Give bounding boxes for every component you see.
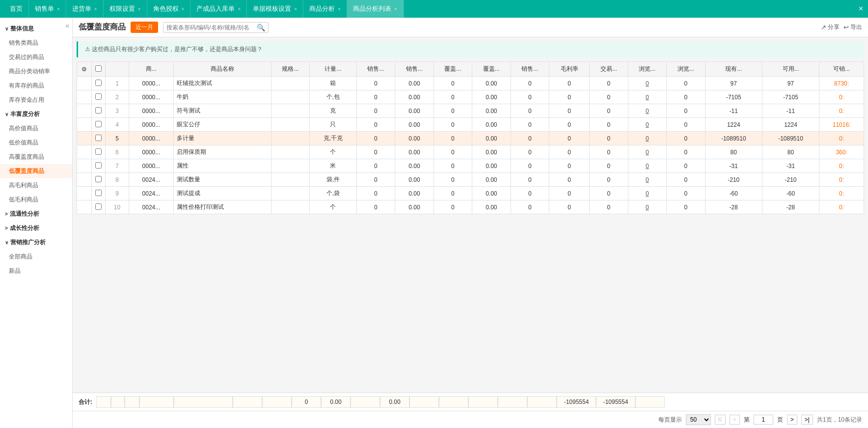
nav-tab-analysis[interactable]: 商品分析 × xyxy=(303,0,347,18)
close-all-tabs-icon[interactable]: × xyxy=(859,4,863,13)
col-coverage2[interactable]: 覆盖... xyxy=(472,62,511,77)
row-browse1[interactable]: 0 xyxy=(628,159,666,173)
row-select-checkbox[interactable] xyxy=(95,80,102,86)
col-trade[interactable]: 交易... xyxy=(590,62,628,77)
nav-tab-products[interactable]: 产成品入库单 × xyxy=(190,0,247,18)
row-select-checkbox[interactable] xyxy=(95,148,102,155)
col-sellable[interactable]: 可销... xyxy=(819,62,864,77)
col-available[interactable]: 可用... xyxy=(762,62,819,77)
row-select-checkbox[interactable] xyxy=(95,93,102,100)
row-name[interactable]: 测试数量 xyxy=(173,173,271,187)
row-checkbox[interactable] xyxy=(92,200,106,214)
col-settings[interactable]: ⚙ xyxy=(77,62,92,77)
sidebar-item-high-coverage[interactable]: 高覆盖度商品 xyxy=(0,150,72,164)
col-sales-amount[interactable]: 销售... xyxy=(395,62,434,77)
col-coverage1[interactable]: 覆盖... xyxy=(434,62,472,77)
row-name[interactable]: 启用保质期 xyxy=(173,145,271,159)
row-select-checkbox[interactable] xyxy=(95,176,102,182)
sidebar-group-marketing[interactable]: ∨ 营销推广分析 xyxy=(0,235,72,250)
sidebar-item-new-products[interactable]: 新品 xyxy=(0,264,72,278)
sidebar-item-high-profit[interactable]: 高毛利商品 xyxy=(0,178,72,193)
row-checkbox[interactable] xyxy=(92,187,106,200)
sidebar-group-flow[interactable]: > 流通性分析 xyxy=(0,207,72,221)
col-sales-qty[interactable]: 销售... xyxy=(356,62,395,77)
row-checkbox[interactable] xyxy=(92,118,106,132)
row-select-checkbox[interactable] xyxy=(95,162,102,169)
row-checkbox[interactable] xyxy=(92,145,106,159)
nav-tab-sales[interactable]: 销售单 × xyxy=(29,0,66,18)
row-name[interactable]: 牛奶 xyxy=(173,90,271,104)
last-page-button[interactable]: >| xyxy=(801,415,813,425)
col-name[interactable]: 商品名称 xyxy=(173,62,271,77)
row-select-checkbox[interactable] xyxy=(95,107,102,114)
share-button[interactable]: ↗ 分享 xyxy=(821,23,840,31)
sidebar-collapse-icon[interactable]: « xyxy=(65,22,69,29)
sidebar-group-overall[interactable]: ∨ 整体信息 xyxy=(0,22,72,36)
nav-tab-home[interactable]: 首页 xyxy=(4,0,29,18)
nav-tab-roles[interactable]: 角色授权 × xyxy=(147,0,191,18)
sidebar-item-all-products[interactable]: 全部商品 xyxy=(0,250,72,264)
sidebar-group-growth[interactable]: > 成长性分析 xyxy=(0,221,72,235)
row-checkbox[interactable] xyxy=(92,132,106,145)
col-code[interactable]: 商... xyxy=(129,62,174,77)
row-name[interactable]: 旺辅批次测试 xyxy=(173,77,271,90)
row-name[interactable]: 属性 xyxy=(173,159,271,173)
close-sales-icon[interactable]: × xyxy=(57,6,60,12)
nav-tab-purchase[interactable]: 进货单 × xyxy=(66,0,104,18)
close-permissions-icon[interactable]: × xyxy=(138,6,141,12)
row-browse1[interactable]: 0 xyxy=(628,118,666,132)
row-name[interactable]: 多计量 xyxy=(173,132,271,145)
row-checkbox[interactable] xyxy=(92,90,106,104)
prev-page-button[interactable]: < xyxy=(730,415,740,425)
nav-tab-templates[interactable]: 单据模板设置 × xyxy=(247,0,303,18)
first-page-button[interactable]: K xyxy=(715,415,726,425)
row-checkbox[interactable] xyxy=(92,159,106,173)
row-name[interactable]: 眼宝公仔 xyxy=(173,118,271,132)
close-roles-icon[interactable]: × xyxy=(182,6,185,12)
close-templates-icon[interactable]: × xyxy=(294,6,297,12)
row-checkbox[interactable] xyxy=(92,104,106,118)
next-page-button[interactable]: > xyxy=(787,415,797,425)
row-browse1[interactable]: 0 xyxy=(628,104,666,118)
nav-tab-analysis-list[interactable]: 商品分析列表 × xyxy=(347,0,404,18)
sidebar-item-high-value[interactable]: 高价值商品 xyxy=(0,121,72,136)
col-browse1[interactable]: 浏览... xyxy=(628,62,666,77)
row-browse1[interactable]: 0 xyxy=(628,173,666,187)
col-unit[interactable]: 计量... xyxy=(310,62,357,77)
col-current[interactable]: 现有... xyxy=(705,62,762,77)
page-input[interactable] xyxy=(754,415,773,425)
row-browse1[interactable]: 0 xyxy=(628,132,666,145)
export-button[interactable]: ↩ 导出 xyxy=(843,23,862,31)
row-browse1[interactable]: 0 xyxy=(628,200,666,214)
sidebar-item-low-coverage[interactable]: 低覆盖度商品 xyxy=(0,164,72,178)
row-browse1[interactable]: 0 xyxy=(628,145,666,159)
row-select-checkbox[interactable] xyxy=(95,190,102,196)
sidebar-group-richness[interactable]: ∨ 丰富度分析 xyxy=(0,107,72,121)
sidebar-item-low-value[interactable]: 低价值商品 xyxy=(0,136,72,150)
table-wrapper[interactable]: ⚙ 商... 商品名称 规格... 计量... 销售... 销售... 覆盖..… xyxy=(77,61,864,393)
sidebar-item-traded-products[interactable]: 交易过的商品 xyxy=(0,50,72,64)
col-spec[interactable]: 规格... xyxy=(271,62,309,77)
close-purchase-icon[interactable]: × xyxy=(94,6,97,12)
close-analysis-list-icon[interactable]: × xyxy=(394,6,397,12)
col-sales2[interactable]: 销售... xyxy=(511,62,549,77)
row-select-checkbox[interactable] xyxy=(95,121,102,127)
row-name[interactable]: 符号测试 xyxy=(173,104,271,118)
close-products-icon[interactable]: × xyxy=(238,6,241,12)
row-browse1[interactable]: 0 xyxy=(628,90,666,104)
row-name[interactable]: 属性价格打印测试 xyxy=(173,200,271,214)
sidebar-item-sales-products[interactable]: 销售类商品 xyxy=(0,36,72,50)
row-select-checkbox[interactable] xyxy=(95,135,102,141)
sidebar-item-inventory-products[interactable]: 有库存的商品 xyxy=(0,79,72,93)
select-all-checkbox[interactable] xyxy=(95,65,102,72)
page-size-select[interactable]: 50 20 100 xyxy=(686,414,711,425)
sidebar-item-low-profit[interactable]: 低毛利商品 xyxy=(0,193,72,207)
sidebar-item-activity-rate[interactable]: 商品分类动销率 xyxy=(0,64,72,79)
row-checkbox[interactable] xyxy=(92,173,106,187)
sidebar-item-fund-occupation[interactable]: 库存资金占用 xyxy=(0,93,72,107)
close-analysis-icon[interactable]: × xyxy=(338,6,341,12)
row-name[interactable]: 测试提成 xyxy=(173,187,271,200)
col-browse2[interactable]: 浏览... xyxy=(667,62,705,77)
nav-tab-permissions[interactable]: 权限设置 × xyxy=(104,0,147,18)
search-input[interactable] xyxy=(166,24,255,31)
